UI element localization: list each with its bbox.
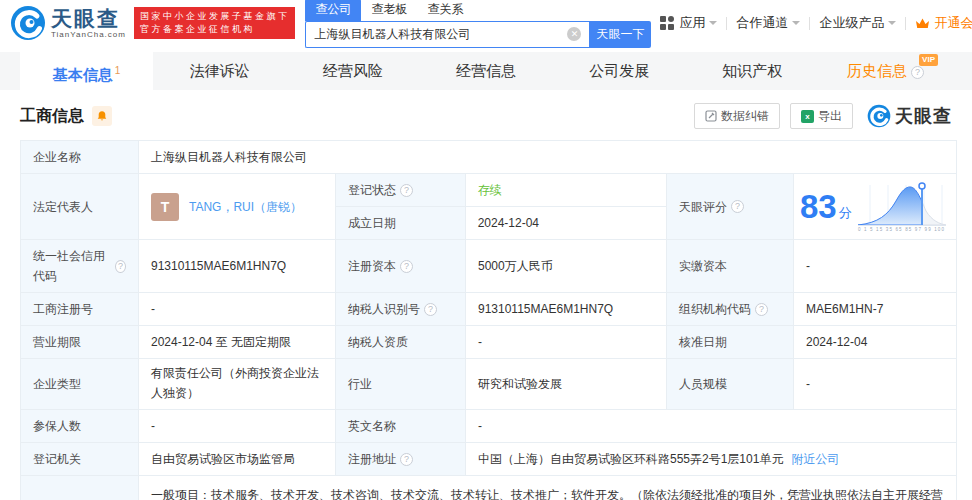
approve-date-label: 核准日期	[667, 326, 794, 358]
company-name-value: 上海纵目机器人科技有限公司	[139, 141, 958, 173]
tab-basic-info[interactable]: 基本信息1	[20, 52, 153, 90]
tab-intellectual-property-label: 知识产权	[722, 62, 782, 79]
chevron-down-icon	[792, 21, 800, 25]
table-row: 成立日期 2024-12-04	[336, 207, 666, 239]
table-row: 登记状态 存续	[336, 174, 666, 207]
menu-partner-label: 合作通道	[736, 14, 788, 32]
tab-company-development[interactable]: 公司发展	[553, 52, 686, 90]
reg-address-label-text: 注册地址	[348, 449, 396, 469]
tianyancha-logo-icon	[10, 5, 46, 41]
edit-correction-icon	[705, 110, 717, 122]
legal-rep-cell: T TANG，RUI（唐锐）	[139, 174, 336, 239]
tianyancha-watermark-icon	[867, 104, 891, 128]
help-icon[interactable]	[424, 303, 437, 316]
search-tab-relation[interactable]: 查关系	[417, 0, 473, 21]
org-code-label-text: 组织机构代码	[679, 299, 751, 319]
taxpayer-quality-value: -	[466, 326, 667, 358]
data-correction-button[interactable]: 数据纠错	[694, 103, 780, 129]
search-tabs: 查公司 查老板 查关系	[305, 0, 651, 21]
gov-badge-line1: 国家中小企业发展子基金旗下	[140, 10, 290, 23]
data-correction-label: 数据纠错	[721, 108, 769, 125]
table-row: 企业类型 有限责任公司（外商投资企业法人独资） 行业 研究和试验发展 人员规模 …	[21, 359, 956, 410]
paid-capital-value: -	[794, 240, 958, 292]
export-label: 导出	[818, 108, 842, 125]
help-icon[interactable]	[400, 260, 413, 273]
table-row: 参保人数 - 英文名称 -	[21, 410, 956, 443]
score-unit: 分	[839, 203, 852, 223]
monitor-bell-button[interactable]	[92, 106, 112, 126]
search-box	[305, 21, 589, 48]
section-actions: 数据纠错 导出 天眼查	[684, 103, 952, 129]
tab-business-risk-label: 经营风险	[323, 62, 383, 79]
table-row: 登记机关 自由贸易试验区市场监管局 注册地址 中国（上海）自由贸易试验区环科路5…	[21, 443, 956, 476]
nearby-companies-link[interactable]: 附近公司	[791, 449, 839, 469]
vip-badge: VIP	[919, 54, 938, 66]
brand-name: 天眼查	[51, 8, 126, 30]
company-name-label: 企业名称	[21, 141, 139, 173]
tab-history-info[interactable]: VIP 历史信息	[819, 52, 952, 90]
tab-count-sup: 1	[115, 65, 121, 76]
search-area: 查公司 查老板 查关系 天眼一下	[305, 0, 651, 48]
help-icon[interactable]	[911, 66, 924, 79]
company-type-label: 企业类型	[21, 359, 139, 409]
business-term-label: 营业期限	[21, 326, 139, 358]
menu-vip-label: 开通会员	[934, 14, 972, 32]
clear-search-icon[interactable]	[567, 27, 581, 41]
search-tab-boss[interactable]: 查老板	[361, 0, 417, 21]
establish-date-value: 2024-12-04	[466, 207, 666, 239]
legal-rep-name-link[interactable]: TANG，RUI（唐锐）	[189, 197, 302, 217]
menu-open-vip[interactable]: 开通会员	[906, 14, 972, 32]
tab-legal-litigation[interactable]: 法律诉讼	[153, 52, 286, 90]
help-icon[interactable]	[731, 200, 744, 213]
table-row: 营业期限 2024-12-04 至 无固定期限 纳税人资质 - 核准日期 202…	[21, 326, 956, 359]
score-label: 天眼评分	[667, 174, 794, 239]
menu-apps[interactable]: 应用	[651, 14, 726, 32]
apps-grid-icon	[660, 16, 674, 30]
tab-legal-litigation-label: 法律诉讼	[190, 62, 250, 79]
score-cell[interactable]: 83 分 0 1 5 15 35 65	[794, 174, 958, 239]
reg-number-label: 工商注册号	[21, 293, 139, 325]
help-icon[interactable]	[400, 453, 413, 466]
staff-size-label: 人员规模	[667, 359, 794, 409]
credit-code-value: 91310115MAE6M1HN7Q	[139, 240, 336, 292]
table-row: 法定代表人 T TANG，RUI（唐锐） 登记状态 存续 成立日期 2024-1…	[21, 174, 956, 240]
paid-capital-label: 实缴资本	[667, 240, 794, 292]
bell-icon	[96, 110, 108, 122]
tab-intellectual-property[interactable]: 知识产权	[686, 52, 819, 90]
insured-count-value: -	[139, 410, 336, 442]
tianyancha-logo[interactable]: 天眼查 TianYanCha.com	[10, 5, 126, 41]
gov-certification-badge: 国家中小企业发展子基金旗下 官方备案企业征信机构	[134, 7, 296, 39]
tab-business-info[interactable]: 经营信息	[419, 52, 552, 90]
table-row: 工商注册号 - 纳税人识别号 91310115MAE6M1HN7Q 组织机构代码…	[21, 293, 956, 326]
reg-number-value: -	[139, 293, 336, 325]
status-badge: 存续	[478, 180, 502, 200]
company-type-value: 有限责任公司（外商投资企业法人独资）	[139, 359, 336, 409]
business-term-value: 2024-12-04 至 无固定期限	[139, 326, 336, 358]
status-date-block: 登记状态 存续 成立日期 2024-12-04	[336, 174, 667, 239]
tab-business-risk[interactable]: 经营风险	[286, 52, 419, 90]
search-tab-company[interactable]: 查公司	[305, 0, 361, 21]
taxpayer-id-value: 91310115MAE6M1HN7Q	[466, 293, 667, 325]
english-name-value: -	[466, 410, 958, 442]
brand-domain: TianYanCha.com	[51, 30, 126, 39]
taxpayer-quality-label: 纳税人资质	[336, 326, 466, 358]
top-menu: 应用 合作通道 企业级产品 开通会员	[651, 14, 972, 32]
legal-rep-avatar[interactable]: T	[151, 193, 179, 221]
help-icon[interactable]	[755, 303, 768, 316]
table-row: 经营范围 一般项目：技术服务、技术开发、技术咨询、技术交流、技术转让、技术推广；…	[21, 476, 956, 500]
chevron-down-icon	[709, 21, 717, 25]
search-button[interactable]: 天眼一下	[589, 21, 651, 48]
reg-authority-value: 自由贸易试验区市场监管局	[139, 443, 336, 475]
reg-address-text: 中国（上海）自由贸易试验区环科路555弄2号1层101单元	[478, 449, 783, 469]
menu-partner-channel[interactable]: 合作通道	[727, 14, 809, 32]
excel-icon	[801, 110, 814, 123]
help-icon[interactable]	[115, 260, 126, 273]
org-code-value: MAE6M1HN-7	[794, 293, 958, 325]
menu-enterprise-products[interactable]: 企业级产品	[810, 14, 905, 32]
reg-capital-label-text: 注册资本	[348, 256, 396, 276]
search-input[interactable]	[305, 21, 589, 48]
help-icon[interactable]	[400, 184, 413, 197]
tab-business-info-label: 经营信息	[456, 62, 516, 79]
export-button[interactable]: 导出	[790, 103, 853, 129]
reg-capital-value: 5000万人民币	[466, 240, 667, 292]
